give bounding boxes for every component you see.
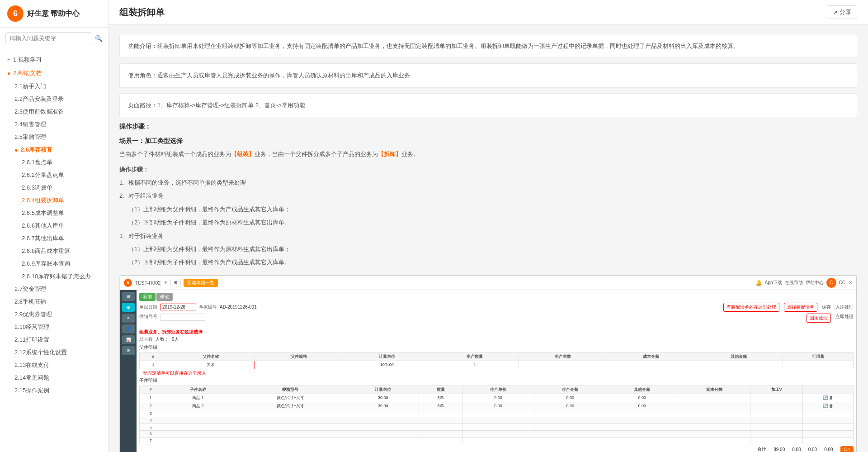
callout-assembly: 有装配清单的在这里处理 — [723, 303, 779, 312]
description-block: 功能介绍：组装拆卸单用来处理企业组装或拆卸等加工业务，支持有固定装配清单的产品加… — [119, 34, 857, 58]
sidebar-nav: + 1.视频学习 ● 2.帮助文档 2.1新手入门 2.2产品安装及登录 2.3… — [0, 49, 108, 452]
sidebar-sub-2-6-3[interactable]: 2.6.3调拨单 — [0, 181, 108, 194]
table-row: 5 — [140, 423, 854, 430]
fake-dropdown: ⚙ — [170, 279, 181, 286]
callout-enable: 启用处理 — [807, 314, 831, 323]
sidebar-sub-2-6-2[interactable]: 2.6.2分量盘点单 — [0, 169, 108, 181]
fake-table-title-bottom: 子件明细 — [139, 377, 854, 384]
table-row: 4 — [140, 417, 854, 423]
fake-tab-new: 新增 — [139, 293, 156, 301]
fake-logo: 6 — [124, 279, 132, 287]
page-title: 组装拆卸单 — [119, 6, 165, 19]
sidebar-sub-2-6-5[interactable]: 2.6.5成本调整单 — [0, 207, 108, 219]
sidebar-sub-newbie[interactable]: 2.1新手入门 — [0, 80, 108, 93]
sidebar-sub-fund[interactable]: 2.7资金管理 — [0, 283, 108, 295]
fake-avatar: C — [826, 278, 836, 288]
on-label: On — [840, 446, 854, 452]
search-icon[interactable]: 🔍 — [95, 35, 103, 42]
scenario1-title: 场景一：加工类型选择 — [119, 137, 857, 145]
sidebar-sub-2-6-10[interactable]: 2.6.10库存账本错了怎么办 — [0, 270, 108, 283]
fake-form-row2: 供销商号 启用处理 立即处理 — [139, 314, 854, 327]
sidebar-sub-payment[interactable]: 2.13在线支付 — [0, 359, 108, 371]
plus-icon: + — [7, 57, 10, 63]
table-row: 7 — [140, 437, 854, 444]
callout-type: 组装业务、拆卸业务在这里选择 — [139, 329, 854, 335]
sidebar-item-video[interactable]: + 1.视频学习 — [0, 53, 108, 67]
table-row: 1 关术 10/1.00 1 — [140, 361, 854, 369]
fake-form-row3: 总人数 人数： 0人 — [139, 336, 854, 343]
steps-section: 操作步骤： 场景一：加工类型选择 当由多个子件材料组装成一个成品的业务为【组装】… — [119, 123, 857, 268]
table-row: 1 商品 1 颜色/尺寸+尺寸 30.00 6单 0.00 0.00 0.00 — [140, 394, 854, 402]
sidebar: 6 好生意 帮助中心 🔍 + 1.视频学习 ● 2.帮助文档 2.1新手入门 2… — [0, 0, 108, 452]
main-header: 组装拆卸单 ↗ 分享 — [108, 0, 868, 25]
sidebar-sub-ops[interactable]: 2.10经营管理 — [0, 321, 108, 333]
step3-1: （1）上部明细为父件明细，最终作为原材料生成其它出库单； — [128, 244, 857, 254]
sidebar-sub-2-6-6[interactable]: 2.6.6其他入库单 — [0, 219, 108, 232]
sidebar-sub-purchase[interactable]: 2.5采购管理 — [0, 131, 108, 143]
steps-title: 操作步骤： — [119, 123, 857, 131]
fake-footer: 合计 89.00 0.00 0.00 0.00 On — [139, 446, 854, 452]
sidebar-sub-2-6-7[interactable]: 2.6.7其他出库单 — [0, 232, 108, 245]
sidebar-sub-mobile[interactable]: 2.8手机旺辅 — [0, 295, 108, 308]
fake-nav-list: ≡ — [122, 314, 135, 323]
ops-title: 操作步骤： — [119, 164, 857, 175]
fake-order-value: AD-20191226-001 — [220, 305, 257, 309]
fake-nav-home: ⊞ — [122, 292, 135, 301]
fake-new-btn: 新建单据一览 — [184, 279, 218, 287]
step2-2: （2）下部明细为子件明细，最终作为原材料生成其它出库单。 — [128, 217, 857, 228]
sidebar-sub-settings[interactable]: 2.12系统个性化设置 — [0, 346, 108, 359]
fake-date-input: 2019-12-26 — [160, 304, 196, 310]
table-row: 3 — [140, 410, 854, 417]
sidebar-sub-data[interactable]: 2.3使用前数据准备 — [0, 105, 108, 118]
sidebar-sub-inventory[interactable]: ● 2.6库存核算 — [0, 143, 108, 156]
sidebar-sub-cases[interactable]: 2.15操作案例 — [0, 384, 108, 397]
minus-icon: ● — [7, 70, 10, 76]
table-row: 6 — [140, 430, 854, 437]
step3-2: （2）下部明细为子件明细，最终作为产成品生成其它入库单。 — [128, 257, 857, 267]
description-text: 功能介绍：组装拆卸单用来处理企业组装或拆卸等加工业务，支持有固定装配清单的产品加… — [128, 43, 739, 49]
fake-table-top: # 父件名称 父件规格 计量单位 生产数量 生产单数 成本金额 其他金额 可用量 — [139, 352, 854, 369]
callout-no-list: 无固定清单可以直接在这里录入 — [143, 370, 854, 376]
sidebar-sub-sales[interactable]: 2.4销售管理 — [0, 118, 108, 131]
fake-table-bottom: # 子件名称 规格型号 计量单位 数量 生产单价 生产金额 其他金额 期末分摊 — [139, 385, 854, 444]
step1: 1、根据不同的业务，选择不同单据的类型来处理 — [119, 177, 857, 188]
fake-nav-user: 👤 — [122, 324, 135, 333]
share-button[interactable]: ↗ 分享 — [827, 5, 857, 19]
path-text: 页面路径：1、库存核算->库存管理->组装拆卸单 2、首页->常用功能 — [128, 102, 305, 109]
fake-app-bar: 6 TEST-H002 ▼ ⚙ 新建单据一览 🔔 App下载 在线帮助 帮助中心… — [120, 276, 856, 290]
step2-1: （1）上部明细为父件明细，最终作为产成品生成其它入库单； — [128, 204, 857, 214]
sidebar-sub-2-6-8[interactable]: 2.6.8商品成本重算 — [0, 245, 108, 257]
fake-bell-icon: 🔔 — [755, 280, 762, 286]
share-icon: ↗ — [833, 9, 838, 16]
app-title: 好生意 帮助中心 — [27, 9, 80, 19]
role-block: 使用角色：通常由生产人员或库管人员完成拆装业务的操作，库管人员确认原材料的出库和… — [119, 63, 857, 87]
fake-nav-gear: ⚙ — [122, 346, 135, 355]
logo-icon: 6 — [7, 5, 24, 22]
sidebar-header: 6 好生意 帮助中心 — [0, 0, 108, 28]
fake-nav-chart: 📊 — [122, 335, 135, 344]
role-text: 使用角色：通常由生产人员或库管人员完成拆装业务的操作，库管人员确认原材料的出库和… — [128, 72, 410, 79]
scenario1-desc: 当由多个子件材料组装成一个成品的业务为【组装】业务，当由一个父件拆分成多个子产品… — [119, 149, 857, 159]
fake-company: TEST-H002 — [135, 280, 160, 285]
fake-supplier-input — [160, 314, 205, 321]
fake-close-icon[interactable]: ✕ — [848, 280, 853, 286]
sidebar-sub-2-6-4[interactable]: 2.6.4组装拆卸单 — [0, 194, 108, 207]
fake-table-title-top: 父件明细 — [139, 344, 854, 351]
search-box: 🔍 — [0, 28, 108, 49]
sidebar-sub-2-6-9[interactable]: 2.6.9库存账本查询 — [0, 257, 108, 270]
search-input[interactable] — [5, 32, 92, 44]
sidebar-sub-faq[interactable]: 2.14常见问题 — [0, 371, 108, 384]
fake-tab-edit: 修改 — [156, 293, 173, 301]
sidebar-sub-2-6-1[interactable]: 2.6.1盘点单 — [0, 156, 108, 169]
circle-icon: ● — [14, 147, 18, 153]
fake-left-nav: ⊞ ◉ ≡ 👤 📊 ⚙ — [120, 290, 137, 452]
table-row: 2 商品 2 颜色/尺寸+尺寸 30.00 8单 0.00 0.00 0.00 — [140, 402, 854, 410]
sidebar-sub-print[interactable]: 2.11打印设置 — [0, 333, 108, 346]
sidebar-sub-install[interactable]: 2.2产品安装及登录 — [0, 93, 108, 105]
fake-form-row1: 单据日期 2019-12-26 单据编号 AD-20191226-001 有装配… — [139, 303, 854, 312]
sidebar-item-docs[interactable]: ● 2.帮助文档 — [0, 67, 108, 80]
step3: 3、对于拆装业务 — [119, 231, 857, 241]
content-area: 功能介绍：组装拆卸单用来处理企业组装或拆卸等加工业务，支持有固定装配清单的产品加… — [108, 25, 868, 452]
sidebar-sub-coupon[interactable]: 2.9优惠券管理 — [0, 308, 108, 321]
screenshot-container: 6 TEST-H002 ▼ ⚙ 新建单据一览 🔔 App下载 在线帮助 帮助中心… — [119, 275, 857, 452]
